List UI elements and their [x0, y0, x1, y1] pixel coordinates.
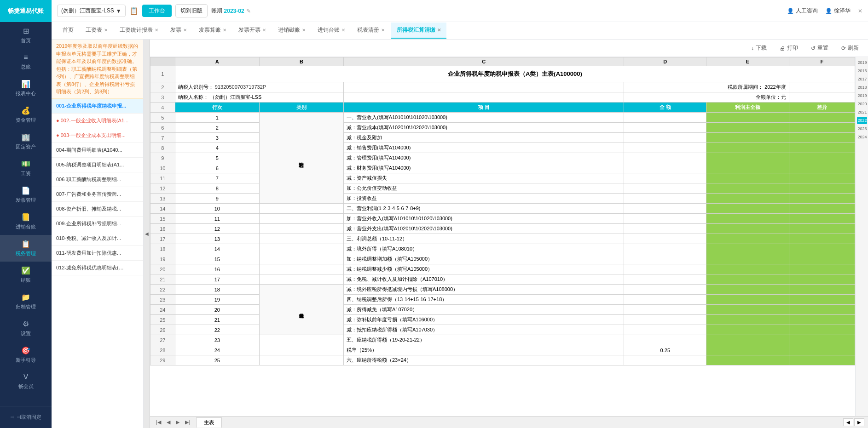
print-button[interactable]: 🖨 打印	[776, 42, 802, 54]
amount-cell	[624, 264, 706, 274]
user-profile[interactable]: 👤 徐泽华	[825, 7, 851, 15]
timeline-2022[interactable]: 2022	[857, 117, 867, 124]
timeline-2018[interactable]: 2018	[857, 84, 867, 91]
sidebar-item-reports[interactable]: 📊 报表中心	[0, 75, 52, 102]
table-row: 8 4 减：销售费用(填写A104000)	[150, 143, 855, 153]
workbench-button[interactable]: 工作台	[142, 5, 172, 17]
seq-cell: 8	[175, 183, 259, 194]
sidebar-item-close[interactable]: ✅ 结账	[0, 262, 52, 288]
panel-item-006[interactable]: 006-职工薪酬纳税调整明细...	[52, 172, 143, 187]
sidebar-item-label: 资金管理	[16, 117, 36, 124]
panel-item-003[interactable]: ● 003-一般企业成本支出明细...	[52, 128, 143, 143]
edit-period-icon[interactable]: ✎	[246, 8, 251, 14]
unpin-button[interactable]: ⊣ ⊣取消固定	[0, 410, 52, 424]
close-tab-sales-ledger[interactable]: ✕	[341, 28, 345, 33]
panel-item-008[interactable]: 008-资产折旧、摊销及纳税...	[52, 202, 143, 217]
panel-item-004[interactable]: 004-期间费用明细表(A1040...	[52, 143, 143, 158]
col-header-profit: 利润主全额	[706, 103, 789, 113]
profit-cell	[706, 133, 789, 143]
close-tab-income-tax[interactable]: ✕	[437, 28, 441, 33]
diff-cell	[789, 295, 855, 305]
sidebar-item-archive[interactable]: 📁 归档管理	[0, 288, 52, 315]
sheet-tab-main[interactable]: 主表	[196, 417, 222, 428]
col-F-header: F	[789, 57, 855, 66]
sidebar-item-funds[interactable]: 💰 资金管理	[0, 102, 52, 128]
panel-item-009[interactable]: 009-企业所得税补亏损明细...	[52, 217, 143, 231]
tab-invoice-calc[interactable]: 发票算账 ✕	[193, 23, 232, 39]
close-tab-payroll-stats[interactable]: ✕	[155, 28, 158, 33]
spreadsheet-container[interactable]: A B C D E F 1 企业所	[150, 57, 855, 416]
arrow-first[interactable]: |◀	[154, 418, 163, 426]
timeline-2024[interactable]: 2024	[857, 133, 867, 141]
panel-list: 001-企业所得税年度纳税申报... ● 002-一般企业收入明细表(A1...…	[52, 99, 143, 428]
tab-tax-list[interactable]: 税表清册 ✕	[352, 23, 390, 39]
seq-cell: 19	[175, 295, 259, 305]
close-tab-invoice-open[interactable]: ✕	[262, 28, 266, 33]
timeline-2021[interactable]: 2021	[857, 108, 867, 116]
switch-old-button[interactable]: 切到旧版	[175, 4, 208, 17]
arrow-prev[interactable]: ◀	[164, 418, 173, 426]
tab-invoice-open[interactable]: 发票开票 ✕	[233, 23, 272, 39]
sidebar-item-settings[interactable]: ⚙ 设置	[0, 315, 52, 342]
download-button[interactable]: ↓ 下载	[747, 42, 770, 54]
sidebar-item-invoice[interactable]: 📄 发票管理	[0, 182, 52, 208]
company-selector[interactable]: (勿删）江西服宝-LSS ▼	[57, 5, 126, 17]
close-window-button[interactable]: ✕	[858, 8, 862, 14]
close-tab-tax-list[interactable]: ✕	[381, 28, 385, 33]
reset-button[interactable]: ↺ 重置	[807, 42, 832, 54]
tab-income-tax[interactable]: 所得税汇算清缴 ✕	[391, 23, 446, 39]
sidebar-item-home[interactable]: ⊞ 首页	[0, 22, 52, 49]
tab-payroll[interactable]: 工资表 ✕	[80, 23, 113, 39]
seq-cell: 2	[175, 123, 259, 133]
panel-item-010[interactable]: 010-免税、减计收入及加计...	[52, 231, 143, 246]
table-row: 15 11 加：营业外收入(填写A101010\101020\103000)	[150, 214, 855, 224]
arrow-last[interactable]: ▶|	[183, 418, 192, 426]
scroll-right-icon[interactable]: ▶	[854, 418, 864, 426]
panel-collapse-button[interactable]: ◀	[144, 40, 150, 428]
amount-cell: 0.25	[624, 345, 706, 355]
diff-cell	[789, 345, 855, 355]
sidebar-item-guide[interactable]: 🎯 新手引导	[0, 342, 52, 368]
timeline-2023[interactable]: 2023	[857, 125, 867, 132]
sidebar-item-member[interactable]: V 畅会员	[0, 368, 52, 394]
panel-item-012[interactable]: 012-减免所得税优惠明细表(…	[52, 261, 143, 275]
sidebar-item-payroll[interactable]: 💵 工资	[0, 155, 52, 182]
panel-item-011[interactable]: 011-研发费用加计扣除优惠...	[52, 246, 143, 261]
tab-sales-ledger[interactable]: 进销台账 ✕	[312, 23, 351, 39]
sidebar-item-label: 税务管理	[16, 250, 36, 257]
sidebar-item-assets[interactable]: 🏢 固定资产	[0, 128, 52, 155]
nav-arrows: |◀ ◀ ▶ ▶|	[154, 418, 192, 426]
panel-item-002[interactable]: ● 002-一般企业收入明细表(A1...	[52, 114, 143, 128]
sidebar-item-tax[interactable]: 📋 税务管理	[0, 235, 52, 262]
close-tab-invoice-calc[interactable]: ✕	[223, 28, 226, 33]
refresh-icon: ⟳	[841, 45, 846, 51]
timeline-2020[interactable]: 2020	[857, 100, 867, 108]
profit-cell	[706, 173, 789, 183]
diff-cell	[789, 143, 855, 153]
close-tab-purchase-ledger[interactable]: ✕	[302, 28, 306, 33]
timeline-2019[interactable]: 2019	[857, 92, 867, 99]
profit-cell	[706, 285, 789, 295]
timeline-2016[interactable]: 2016	[857, 67, 867, 74]
table-row: 25 21 减：弥补以前年度亏损（填写A106000）	[150, 315, 855, 325]
panel-item-001[interactable]: 001-企业所得税年度纳税申报...	[52, 99, 143, 114]
timeline-2019-top[interactable]: 2019	[857, 59, 867, 66]
panel-item-007[interactable]: 007-广告费和业务宣传费跨...	[52, 187, 143, 202]
panel-item-005[interactable]: 005-纳税调整项目明细表(A1...	[52, 158, 143, 172]
account-period: 账期 2023-02 ✎	[211, 7, 251, 15]
table-row: 9 5 减：管理费用(填写A104000)	[150, 153, 855, 163]
scroll-left-icon[interactable]: ◀	[843, 418, 853, 426]
tab-purchase-ledger[interactable]: 进销磁账 ✕	[272, 23, 311, 39]
close-tab-payroll[interactable]: ✕	[104, 28, 108, 33]
tab-payroll-stats[interactable]: 工资统计报表 ✕	[114, 23, 164, 39]
arrow-next[interactable]: ▶	[174, 418, 182, 426]
timeline-2017[interactable]: 2017	[857, 75, 867, 83]
close-tab-invoice[interactable]: ✕	[183, 28, 187, 33]
sidebar-item-ledger[interactable]: ≡ 总账	[0, 49, 52, 75]
sidebar-item-sales[interactable]: 📒 进销台账	[0, 208, 52, 235]
tab-home[interactable]: 首页	[57, 23, 79, 39]
tab-invoice[interactable]: 发票 ✕	[165, 23, 192, 39]
ai-consult[interactable]: 👤 人工咨询	[787, 7, 818, 15]
table-row: 20 16 减：纳税调整减少额（填写A105000）	[150, 264, 855, 274]
refresh-button[interactable]: ⟳ 刷新	[838, 42, 862, 54]
